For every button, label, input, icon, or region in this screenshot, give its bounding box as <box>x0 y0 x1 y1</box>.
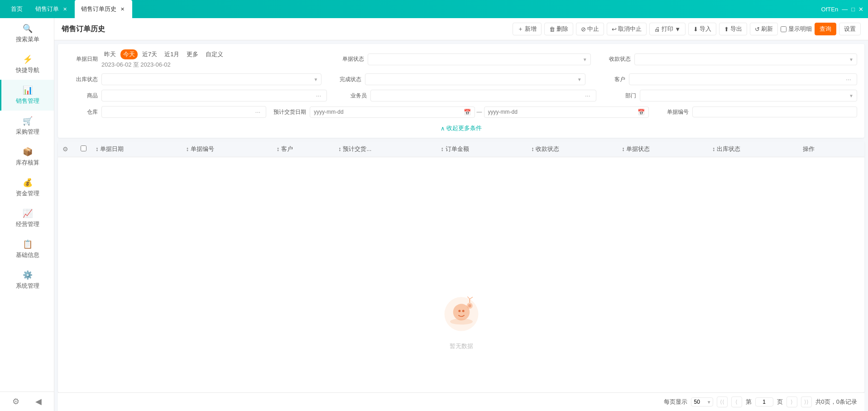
show-detail-checkbox[interactable] <box>781 26 786 32</box>
completion-status-label: 完成状态 <box>329 76 365 83</box>
salesperson-input[interactable] <box>374 92 583 99</box>
last7-btn[interactable]: 近7天 <box>139 49 160 59</box>
window-min-btn[interactable]: — <box>842 6 848 13</box>
page-input[interactable] <box>755 397 773 406</box>
show-detail-checkbox-label[interactable]: 显示明细 <box>781 25 812 33</box>
empty-state: 暂无数据 <box>58 249 864 392</box>
yesterday-btn[interactable]: 昨天 <box>101 49 119 59</box>
warehouse-ellipsis-btn[interactable]: ··· <box>254 108 263 116</box>
sys-mgmt-icon: ⚙️ <box>23 270 33 280</box>
tab-sales-order-history[interactable]: 销售订单历史 ✕ <box>75 0 132 18</box>
th-expected-date[interactable]: ↕ 预计交货... <box>334 141 436 157</box>
salesperson-filter-label: 业务员 <box>334 92 370 100</box>
outbound-status-select[interactable] <box>101 73 321 85</box>
sidebar-item-label-sales-mgmt: 销售管理 <box>16 97 39 105</box>
department-filter-label: 部门 <box>604 92 640 100</box>
empty-illustration <box>439 291 484 337</box>
sidebar-item-finance[interactable]: 💰 资金管理 <box>0 172 54 203</box>
print-arrow-icon: ▼ <box>675 26 681 33</box>
stop-icon: ⊘ <box>581 26 586 33</box>
table-settings-icon[interactable]: ⚙ <box>62 145 68 153</box>
settings-button[interactable]: 设置 <box>839 23 861 35</box>
import-icon: ⬇ <box>693 26 698 33</box>
last1m-btn[interactable]: 近1月 <box>162 49 182 59</box>
sidebar-item-sys-mgmt[interactable]: ⚙️ 系统管理 <box>0 265 54 295</box>
cancel-stop-button[interactable]: ↩ 取消中止 <box>607 23 647 35</box>
delete-button[interactable]: 🗑 删除 <box>544 23 573 35</box>
per-page-select[interactable]: 10 20 50 100 <box>691 397 713 406</box>
svg-point-4 <box>462 309 464 312</box>
warehouse-input[interactable] <box>106 109 254 115</box>
sidebar-item-label-quick-nav: 快捷导航 <box>16 66 39 74</box>
first-page-btn[interactable]: ⟨⟨ <box>717 396 728 407</box>
sidebar-item-sales-mgmt[interactable]: 📊 销售管理 <box>0 80 54 111</box>
sidebar-item-label-finance: 资金管理 <box>16 189 39 198</box>
sidebar-item-operations[interactable]: 📈 经营管理 <box>0 203 54 234</box>
filter-area: 单据日期 昨天 今天 近7天 近1月 更多 自定义 2023-06-02 至 2… <box>58 44 864 138</box>
page-label: 页 <box>777 398 783 406</box>
window-max-btn[interactable]: □ <box>851 6 855 13</box>
th-amount-label: ↕ 订单金额 <box>441 145 469 152</box>
show-detail-label: 显示明细 <box>788 25 812 33</box>
tab-sales-order-close[interactable]: ✕ <box>61 5 68 13</box>
sidebar-item-inventory[interactable]: 📦 库存核算 <box>0 141 54 172</box>
th-no[interactable]: ↕ 单据编号 <box>182 141 272 157</box>
more-btn[interactable]: 更多 <box>184 49 201 59</box>
print-button[interactable]: 🖨 打印 ▼ <box>649 23 686 35</box>
custom-btn[interactable]: 自定义 <box>203 49 226 59</box>
refresh-button[interactable]: ↺ 刷新 <box>750 23 778 35</box>
stop-button[interactable]: ⊘ 中止 <box>576 23 604 35</box>
sidebar-item-search-menu[interactable]: 🔍 搜索菜单 <box>0 18 54 49</box>
department-select[interactable] <box>640 90 857 102</box>
th-date[interactable]: ↕ 单据日期 <box>91 141 182 157</box>
sidebar-item-purchase-mgmt[interactable]: 🛒 采购管理 <box>0 111 54 141</box>
prev-page-btn[interactable]: ⟨ <box>731 396 742 407</box>
sidebar-item-base-info[interactable]: 📋 基础信息 <box>0 234 54 265</box>
base-info-icon: 📋 <box>23 239 33 249</box>
select-all-checkbox[interactable] <box>81 145 86 151</box>
th-receipt-status[interactable]: ↕ 收款状态 <box>527 141 617 157</box>
tab-sales-order-history-close[interactable]: ✕ <box>119 5 126 13</box>
th-order-status[interactable]: ↕ 单据状态 <box>617 141 708 157</box>
product-input[interactable] <box>106 92 314 99</box>
operations-icon: 📈 <box>23 208 33 218</box>
customer-input[interactable] <box>633 76 844 82</box>
expected-date-to-icon[interactable]: 📅 <box>638 109 645 116</box>
tab-sales-order[interactable]: 销售订单 ✕ <box>29 0 75 18</box>
sidebar-item-quick-nav[interactable]: ⚡ 快捷导航 <box>0 49 54 80</box>
purchase-mgmt-icon: 🛒 <box>23 116 33 126</box>
window-close-btn[interactable]: ✕ <box>858 6 863 13</box>
filter-row-1: 单据日期 昨天 今天 近7天 近1月 更多 自定义 2023-06-02 至 2… <box>65 49 857 69</box>
order-status-select[interactable] <box>368 53 590 65</box>
completion-status-select[interactable] <box>365 73 585 85</box>
expected-date-from-input[interactable] <box>314 109 461 115</box>
customer-ellipsis-btn[interactable]: ··· <box>844 76 853 83</box>
settings-bottom-icon[interactable]: ⚙ <box>12 396 19 406</box>
tab-home[interactable]: 首页 <box>5 0 29 18</box>
collapse-sidebar-icon[interactable]: ◀ <box>35 396 42 406</box>
filter-row-4: 仓库 ··· 预计交货日期 📅 — 📅 单据编号 <box>65 106 857 118</box>
th-customer[interactable]: ↕ 客户 <box>272 141 334 157</box>
collapse-link[interactable]: ∧ 收起更多条件 <box>65 122 857 132</box>
product-ellipsis-btn[interactable]: ··· <box>314 92 323 99</box>
new-button[interactable]: ＋ 新增 <box>513 23 542 35</box>
salesperson-ellipsis-btn[interactable]: ··· <box>583 92 592 99</box>
today-btn[interactable]: 今天 <box>120 49 138 59</box>
last-page-btn[interactable]: ⟩⟩ <box>801 396 812 407</box>
outbound-status-label: 出库状态 <box>65 76 101 83</box>
order-no-input[interactable] <box>696 109 853 115</box>
query-button[interactable]: 查询 <box>815 23 836 35</box>
export-button[interactable]: ⬆ 导出 <box>719 23 747 35</box>
date-separator: 至 <box>133 61 141 68</box>
th-operation-label: 操作 <box>803 145 815 152</box>
expected-date-to-input[interactable] <box>488 109 636 115</box>
receipt-status-select[interactable] <box>634 53 857 65</box>
next-page-btn[interactable]: ⟩ <box>786 396 797 407</box>
import-button[interactable]: ⬇ 导入 <box>688 23 716 35</box>
th-outbound-status[interactable]: ↕ 出库状态 <box>708 141 798 157</box>
product-filter-label: 商品 <box>65 92 101 100</box>
expected-date-filter-label: 预计交货日期 <box>273 108 310 116</box>
th-amount[interactable]: ↕ 订单金额 <box>436 141 527 157</box>
cancel-stop-label: 取消中止 <box>618 25 642 33</box>
expected-date-from-icon[interactable]: 📅 <box>464 109 471 116</box>
